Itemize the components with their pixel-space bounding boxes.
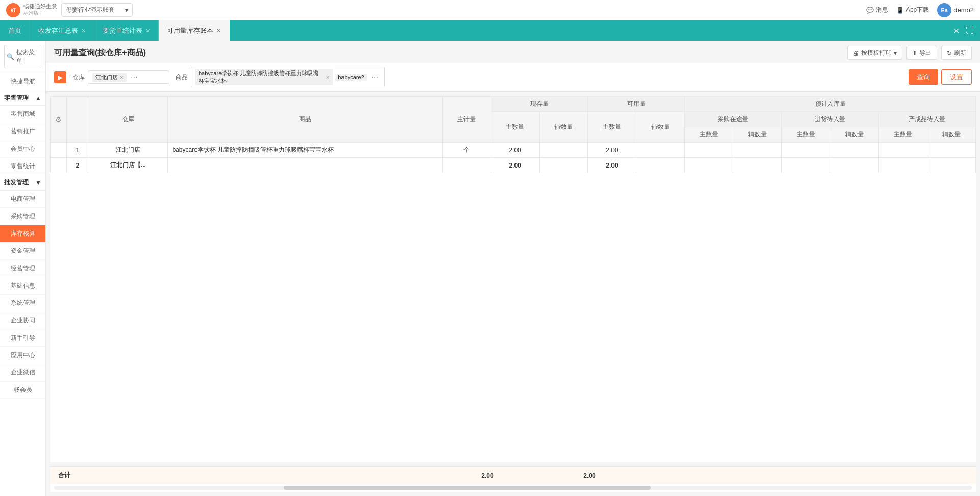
sidebar-item-system-mgmt[interactable]: 系统管理 — [0, 295, 45, 312]
tab-bar-wrapper: 首页 收发存汇总表 ✕ 要货单统计表 ✕ 可用量库存账本 ✕ ✕ ⛶ — [0, 20, 980, 41]
sidebar-item-quick-nav[interactable]: 快捷导航 — [0, 73, 45, 90]
th-purchase-main: 主数量 — [685, 127, 733, 143]
avatar: Ea — [937, 3, 951, 17]
td-incoming-main-2 — [781, 158, 830, 173]
industry-selector-label: 母婴行业演示账套 — [66, 6, 115, 14]
td-available-aux — [636, 143, 685, 158]
sidebar-wholesale-mgmt-label: 批发管理 — [4, 178, 29, 187]
sidebar-item-wholesale-mgmt[interactable]: 批发管理 ▼ — [0, 175, 45, 191]
sidebar-item-marketing[interactable]: 营销推广 — [0, 123, 45, 140]
filter-product-tag-1-close[interactable]: ✕ — [326, 75, 330, 80]
sidebar-item-purchase-mgmt[interactable]: 采购管理 — [0, 208, 45, 225]
main-layout: 🔍 搜索菜单 快捷导航 零售管理 ▲ 零售商城 营销推广 会员中心 零售统计 批… — [0, 41, 980, 496]
message-action[interactable]: 💬 消息 — [866, 6, 888, 14]
td-incoming-aux — [830, 143, 878, 158]
sidebar-item-retail-mgmt[interactable]: 零售管理 ▲ — [0, 90, 45, 106]
sidebar-item-app-center[interactable]: 应用中心 — [0, 347, 45, 364]
th-settings: ⚙ — [51, 97, 67, 143]
tab-income-summary-close[interactable]: ✕ — [81, 28, 86, 34]
td-purchase-aux-2 — [733, 158, 781, 173]
sidebar-item-enterprise-collab[interactable]: 企业协同 — [0, 312, 45, 329]
td-production-aux — [927, 143, 975, 158]
tab-home[interactable]: 首页 — [0, 20, 30, 41]
filter-product-tag-2: babycare? — [335, 74, 367, 81]
template-print-btn[interactable]: 🖨 按模板打印 ▾ — [847, 46, 902, 60]
sidebar-item-inventory-check[interactable]: 库存核算 — [0, 225, 45, 243]
filter-expand-btn[interactable]: ▶ — [54, 71, 66, 83]
sidebar-quick-nav-label: 快捷导航 — [11, 78, 35, 85]
export-btn[interactable]: ⬆ 导出 — [906, 46, 937, 60]
td-product: babycare学饮杯 儿童防摔防撞吸管杯重力球吸嘴杯宝宝水杯 — [168, 143, 443, 158]
td-available-main-2: 2.00 — [588, 158, 636, 173]
filter-warehouse-input[interactable]: 江北门店 ✕ ··· — [88, 70, 169, 84]
inventory-table: ⚙ 仓库 商品 主计量 现存量 可用量 预计入库量 主数量 辅数量 主数量 — [50, 96, 976, 173]
sidebar-item-finance-mgmt[interactable]: 资金管理 — [0, 243, 45, 260]
tab-close-all-btn[interactable]: ✕ — [951, 25, 962, 37]
sidebar-item-ecommerce-mgmt[interactable]: 电商管理 — [0, 191, 45, 208]
scrollbar-thumb[interactable] — [284, 486, 651, 490]
chevron-down-icon: ▾ — [894, 50, 897, 57]
settings-btn[interactable]: 设置 — [941, 69, 972, 85]
td-current-aux-2 — [540, 158, 588, 173]
th-incoming-aux: 辅数量 — [830, 127, 878, 143]
td-warehouse: 江北门店 — [88, 143, 168, 158]
sidebar-system-label: 系统管理 — [11, 299, 35, 306]
td-product-2 — [168, 158, 443, 173]
industry-selector[interactable]: 母婴行业演示账套 ▾ — [61, 3, 133, 17]
template-print-label: 按模板打印 — [861, 49, 892, 57]
app-download-action[interactable]: 📱 App下载 — [896, 6, 929, 14]
user-action[interactable]: Ea demo2 — [937, 3, 974, 17]
query-btn[interactable]: 查询 — [909, 69, 938, 85]
td-unit-2 — [443, 158, 491, 173]
chevron-right-icon: ▶ — [58, 74, 63, 81]
content-area: 可用量查询(按仓库+商品) 🖨 按模板打印 ▾ ⬆ 导出 ↻ 刷新 — [46, 41, 980, 496]
filter-warehouse-tag: 江北门店 ✕ — [92, 73, 127, 82]
refresh-btn[interactable]: ↻ 刷新 — [941, 46, 972, 60]
td-purchase-main — [685, 143, 733, 158]
sidebar-member-center-label: 会员中心 — [11, 145, 35, 152]
tab-available-inventory-close[interactable]: ✕ — [216, 28, 221, 34]
tab-order-stats-label: 要货单统计表 — [103, 26, 142, 35]
filter-warehouse-field: 仓库 江北门店 ✕ ··· — [72, 70, 169, 84]
td-production-aux-2 — [927, 158, 975, 173]
sidebar-search-btn[interactable]: 🔍 搜索菜单 — [4, 45, 41, 68]
tab-order-stats[interactable]: 要货单统计表 ✕ — [94, 20, 159, 41]
filter-product-label: 商品 — [176, 73, 188, 82]
td-row-num-2: 2 — [67, 158, 88, 173]
tab-expand-btn[interactable]: ⛶ — [964, 25, 976, 36]
td-purchase-main-2 — [685, 158, 733, 173]
sidebar-item-new-guide[interactable]: 新手引导 — [0, 329, 45, 347]
tab-income-summary[interactable]: 收发存汇总表 ✕ — [30, 20, 94, 41]
filter-product-more[interactable]: ··· — [370, 73, 380, 82]
td-warehouse-2: 江北门店【... — [88, 158, 168, 173]
td-incoming-main — [781, 143, 830, 158]
sidebar-item-retail-stats[interactable]: 零售统计 — [0, 158, 45, 175]
th-production-main: 主数量 — [878, 127, 927, 143]
page-header: 可用量查询(按仓库+商品) 🖨 按模板打印 ▾ ⬆ 导出 ↻ 刷新 — [46, 41, 980, 63]
tab-available-inventory[interactable]: 可用量库存账本 ✕ — [159, 20, 230, 41]
logo-text-area: 畅捷通好生意 标准版 — [23, 3, 57, 17]
filter-product-input[interactable]: babycare学饮杯 儿童防摔防撞吸管杯重力球吸嘴杯宝宝水杯 ✕ babyca… — [191, 67, 385, 87]
mobile-icon: 📱 — [896, 7, 904, 14]
td-incoming-aux-2 — [830, 158, 878, 173]
sidebar-item-enterprise-wechat[interactable]: 企业微信 — [0, 364, 45, 382]
export-icon: ⬆ — [912, 50, 917, 57]
tab-order-stats-close[interactable]: ✕ — [145, 28, 150, 34]
sidebar-item-retail-mall[interactable]: 零售商城 — [0, 106, 45, 123]
filter-warehouse-more[interactable]: ··· — [129, 73, 139, 82]
filter-bar: ▶ 仓库 江北门店 ✕ ··· 商品 babycare学饮杯 儿童防摔防撞吸管杯… — [46, 63, 980, 92]
sidebar-item-business-mgmt[interactable]: 经营管理 — [0, 260, 45, 277]
td-settings — [51, 143, 67, 158]
sidebar-item-basic-info[interactable]: 基础信息 — [0, 277, 45, 295]
filter-warehouse-tag-close[interactable]: ✕ — [119, 75, 124, 80]
th-production-pending: 产成品待入量 — [878, 112, 975, 127]
settings-icon[interactable]: ⚙ — [55, 115, 62, 124]
td-current-aux — [540, 143, 588, 158]
top-bar-right: 💬 消息 📱 App下载 Ea demo2 — [866, 3, 974, 17]
logo-area: 好 畅捷通好生意 标准版 — [6, 3, 57, 17]
sidebar-item-vip-member[interactable]: 畅会员 — [0, 382, 45, 399]
th-unit: 主计量 — [443, 97, 491, 143]
th-current-aux: 辅数量 — [540, 112, 588, 143]
sidebar-item-member-center[interactable]: 会员中心 — [0, 140, 45, 158]
filter-warehouse-tag-text: 江北门店 — [95, 74, 118, 81]
